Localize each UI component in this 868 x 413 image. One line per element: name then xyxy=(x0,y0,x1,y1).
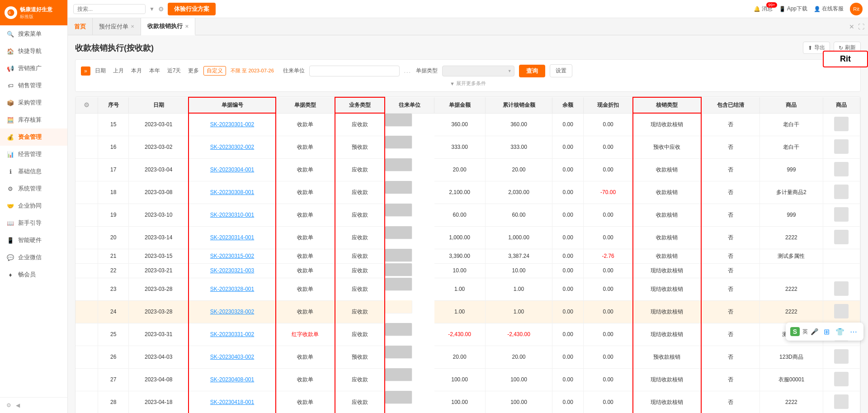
prev-month-btn[interactable]: 上月 xyxy=(110,66,127,76)
row-cell-1: 24 xyxy=(98,300,129,323)
partner-filter-input[interactable] xyxy=(309,66,400,76)
sidebar-item-member[interactable]: ♦ 畅会员 xyxy=(0,266,67,283)
sidebar-item-basic[interactable]: ℹ 基础信息 xyxy=(0,163,67,180)
table-row: 152023-03-01SK-20230301-002收款单应收款████360… xyxy=(75,113,860,136)
expand-filters-btn[interactable]: ▼ 展开更多条件 xyxy=(450,80,486,87)
sidebar-item-wechat[interactable]: 💬 企业微信 xyxy=(0,249,67,266)
query-button[interactable]: 查询 xyxy=(519,65,545,77)
sidebar-item-inventory[interactable]: 🧮 库存核算 xyxy=(0,111,67,128)
row-cell-3[interactable]: SK-20230314-001 xyxy=(189,226,276,249)
sidebar-item-finance[interactable]: 💰 资金管理 xyxy=(0,128,67,146)
topbar-dropdown-arrow[interactable]: ▼ xyxy=(149,6,155,12)
sidebar-item-shortcut[interactable]: 🏠 快捷导航 xyxy=(0,43,67,60)
row-cell-3[interactable]: SK-20230418-001 xyxy=(189,391,276,413)
table-row: 172023-03-04SK-20230304-001收款单应收款████20.… xyxy=(75,158,860,181)
row-cell-9: 0.00 xyxy=(552,204,584,226)
row-cell-10: -2.76 xyxy=(584,249,633,263)
row-cell-10: 0.00 xyxy=(584,158,633,181)
this-year-btn[interactable]: 本年 xyxy=(146,66,163,76)
custom-date-btn[interactable]: 自定义 xyxy=(203,66,226,76)
row-cell-3[interactable]: SK-20230321-003 xyxy=(189,263,276,278)
sidebar-item-operations[interactable]: 📊 经营管理 xyxy=(0,146,67,163)
row-cell-1: 26 xyxy=(98,346,129,368)
row-cell-12: 否 xyxy=(701,300,760,323)
row-cell-5: 预收款 xyxy=(335,136,385,158)
row-cell-11: 收款核销 xyxy=(633,249,701,263)
doc-type-select[interactable] xyxy=(442,66,514,76)
row-cell-10: 0.00 xyxy=(584,136,633,158)
table-row: 162023-03-02SK-20230302-002收款单预收款████333… xyxy=(75,136,860,158)
float-grid-icon[interactable]: ⊞ xyxy=(821,326,832,337)
more-date-btn[interactable]: 更多 xyxy=(185,66,202,76)
row-cell-1: 27 xyxy=(98,368,129,391)
float-en-label[interactable]: 英 xyxy=(802,328,808,336)
float-shirt-icon[interactable]: 👕 xyxy=(835,326,845,337)
topbar-search-input[interactable] xyxy=(73,4,146,14)
filter-collapse-btn[interactable]: » xyxy=(81,66,90,76)
sidebar-item-sales[interactable]: 🏷 销售管理 xyxy=(0,77,67,94)
app-download-button[interactable]: 📱 App下载 xyxy=(779,5,807,13)
topbar-gear-icon[interactable]: ⚙ xyxy=(158,5,164,13)
sidebar-item-search[interactable]: 🔍 搜索菜单 xyxy=(0,25,67,43)
close-window-icon[interactable]: ✕ xyxy=(849,23,854,30)
filter-settings-button[interactable]: 设置 xyxy=(550,64,572,77)
row-cell-14 xyxy=(823,113,860,136)
user-menu[interactable]: Rit xyxy=(850,3,863,15)
row-cell-3[interactable]: SK-20230310-001 xyxy=(189,204,276,226)
settings-icon: ⚙ xyxy=(6,185,14,193)
logo-icon: 6 xyxy=(5,6,17,19)
row-cell-3[interactable]: SK-20230403-002 xyxy=(189,346,276,368)
row-cell-14 xyxy=(823,181,860,204)
float-mic-icon[interactable]: 🎤 xyxy=(811,328,818,335)
row-cell-3[interactable]: SK-20230408-001 xyxy=(189,368,276,391)
row-cell-13: 老白干 xyxy=(760,113,823,136)
row-cell-3[interactable]: SK-20230304-001 xyxy=(189,158,276,181)
industry-solution-button[interactable]: 体验行业方案 xyxy=(168,3,216,15)
tab-home[interactable]: 首页 xyxy=(68,18,93,35)
table-row: 252023-03-31SK-20230331-002红字收款单应收款████-… xyxy=(75,323,860,346)
col-no-header: 序号 xyxy=(98,97,129,113)
sidebar-item-collab[interactable]: 🤝 企业协同 xyxy=(0,197,67,214)
row-cell-3[interactable]: SK-20230331-002 xyxy=(189,323,276,346)
row-cell-9: 0.00 xyxy=(552,113,584,136)
tab-collection-close[interactable]: ✕ xyxy=(185,24,189,29)
tab-prepay[interactable]: 预付应付单 ✕ xyxy=(93,18,141,35)
row-cell-5: 应收款 xyxy=(335,204,385,226)
sidebar-item-system[interactable]: ⚙ 系统管理 xyxy=(0,180,67,197)
recent-7-btn[interactable]: 近7天 xyxy=(165,66,184,76)
tab-collection[interactable]: 收款核销执行 ✕ xyxy=(141,18,195,35)
row-cell-3[interactable]: SK-20230302-002 xyxy=(189,136,276,158)
sidebar-item-purchase[interactable]: 📦 采购管理 xyxy=(0,94,67,111)
page-title: 收款核销执行(按收款) xyxy=(75,43,154,53)
row-cell-3[interactable]: SK-20230315-002 xyxy=(189,249,276,263)
row-cell-14 xyxy=(823,346,860,368)
home-icon: 🏠 xyxy=(6,47,14,55)
settings-bottom-icon[interactable]: ⚙ xyxy=(6,402,11,408)
float-more-icon[interactable]: ⋯ xyxy=(848,326,859,337)
float-s-label[interactable]: S xyxy=(790,327,800,336)
online-service-button[interactable]: 👤 在线客服 xyxy=(814,5,844,13)
row-cell-3[interactable]: SK-20230301-002 xyxy=(189,113,276,136)
row-cell-7: 10.00 xyxy=(434,263,485,278)
row-gear-cell xyxy=(75,204,98,226)
col-goods-header: 商品 xyxy=(760,97,823,113)
notifications-button[interactable]: 🔔 消息 99+ xyxy=(754,5,773,13)
row-cell-4: 收款单 xyxy=(276,278,335,300)
col-gear-header[interactable]: ⚙ xyxy=(75,97,98,113)
row-cell-14 xyxy=(823,391,860,413)
sidebar-item-guide[interactable]: 📖 新手引导 xyxy=(0,214,67,232)
row-cell-7: -2,430.00 xyxy=(434,323,485,346)
row-cell-3[interactable]: SK-20230328-002 xyxy=(189,300,276,323)
filter-dots[interactable]: ... xyxy=(404,68,411,74)
row-cell-4: 收款单 xyxy=(276,263,335,278)
collapse-icon[interactable]: ◀ xyxy=(16,402,20,408)
row-cell-3[interactable]: SK-20230308-001 xyxy=(189,181,276,204)
sidebar-item-marketing[interactable]: 📢 营销推广 xyxy=(0,60,67,77)
row-cell-1: 18 xyxy=(98,181,129,204)
this-month-btn[interactable]: 本月 xyxy=(128,66,145,76)
expand-window-icon[interactable]: ⛶ xyxy=(858,23,864,30)
row-cell-4: 收款单 xyxy=(276,391,335,413)
tab-prepay-close[interactable]: ✕ xyxy=(131,24,134,29)
sidebar-item-hardware[interactable]: 📱 智能硬件 xyxy=(0,232,67,249)
row-cell-3[interactable]: SK-20230328-001 xyxy=(189,278,276,300)
